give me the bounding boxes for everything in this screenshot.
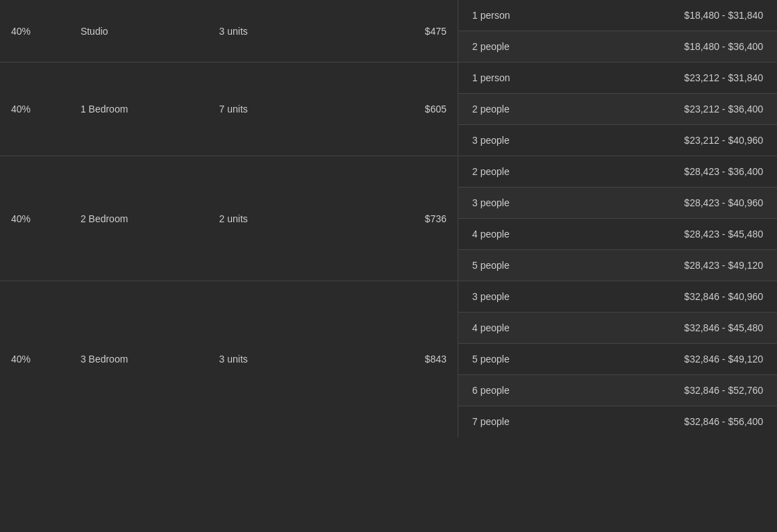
income-section: 3 people$32,846 - $40,9604 people$32,846… bbox=[458, 281, 777, 437]
ami-cell: 40% bbox=[0, 95, 69, 123]
table-row: 40%2 Bedroom2 units$7362 people$28,423 -… bbox=[0, 156, 777, 281]
ami-cell: 40% bbox=[0, 205, 69, 233]
household-size: 4 people bbox=[472, 228, 611, 240]
income-range: $23,212 - $40,960 bbox=[611, 135, 763, 146]
income-range: $28,423 - $36,400 bbox=[611, 166, 763, 177]
ami-cell: 40% bbox=[0, 345, 69, 373]
income-row: 1 person$23,212 - $31,840 bbox=[458, 63, 777, 94]
unit-type-cell: Studio bbox=[69, 17, 208, 45]
household-size: 3 people bbox=[472, 197, 611, 208]
income-range: $32,846 - $49,120 bbox=[611, 354, 763, 365]
left-section: 40%Studio3 units$475 bbox=[0, 0, 458, 62]
unit-type-cell: 3 Bedroom bbox=[69, 345, 208, 373]
rent-cell: $605 bbox=[333, 95, 458, 123]
income-row: 1 person$18,480 - $31,840 bbox=[458, 0, 777, 31]
income-row: 5 people$28,423 - $49,120 bbox=[458, 250, 777, 281]
rent-cell: $736 bbox=[333, 205, 458, 233]
household-size: 4 people bbox=[472, 322, 611, 333]
income-range: $32,846 - $52,760 bbox=[611, 385, 763, 396]
income-range: $18,480 - $31,840 bbox=[611, 10, 763, 21]
household-size: 5 people bbox=[472, 354, 611, 365]
income-row: 6 people$32,846 - $52,760 bbox=[458, 375, 777, 406]
income-section: 2 people$28,423 - $36,4003 people$28,423… bbox=[458, 156, 777, 281]
income-range: $28,423 - $49,120 bbox=[611, 260, 763, 271]
income-range: $18,480 - $36,400 bbox=[611, 41, 763, 52]
units-cell: 3 units bbox=[208, 17, 333, 45]
left-section: 40%3 Bedroom3 units$843 bbox=[0, 281, 458, 437]
income-row: 2 people$23,212 - $36,400 bbox=[458, 94, 777, 125]
income-section: 1 person$23,212 - $31,8402 people$23,212… bbox=[458, 63, 777, 156]
income-row: 3 people$23,212 - $40,960 bbox=[458, 125, 777, 156]
table-row: 40%3 Bedroom3 units$8433 people$32,846 -… bbox=[0, 281, 777, 437]
income-row: 4 people$32,846 - $45,480 bbox=[458, 313, 777, 344]
income-range: $28,423 - $45,480 bbox=[611, 228, 763, 240]
household-size: 6 people bbox=[472, 385, 611, 396]
affordability-table: 40%Studio3 units$4751 person$18,480 - $3… bbox=[0, 0, 777, 532]
income-range: $32,846 - $45,480 bbox=[611, 322, 763, 333]
income-row: 4 people$28,423 - $45,480 bbox=[458, 219, 777, 250]
income-range: $28,423 - $40,960 bbox=[611, 197, 763, 208]
income-range: $23,212 - $36,400 bbox=[611, 103, 763, 115]
table-row: 40%1 Bedroom7 units$6051 person$23,212 -… bbox=[0, 63, 777, 156]
household-size: 3 people bbox=[472, 291, 611, 302]
income-row: 7 people$32,846 - $56,400 bbox=[458, 406, 777, 437]
income-row: 2 people$28,423 - $36,400 bbox=[458, 156, 777, 188]
household-size: 2 people bbox=[472, 103, 611, 115]
unit-type-cell: 1 Bedroom bbox=[69, 95, 208, 123]
ami-cell: 40% bbox=[0, 17, 69, 45]
units-cell: 2 units bbox=[208, 205, 333, 233]
rent-cell: $843 bbox=[333, 345, 458, 373]
income-section: 1 person$18,480 - $31,8402 people$18,480… bbox=[458, 0, 777, 62]
unit-type-cell: 2 Bedroom bbox=[69, 205, 208, 233]
units-cell: 7 units bbox=[208, 95, 333, 123]
rent-cell: $475 bbox=[333, 17, 458, 45]
income-row: 3 people$28,423 - $40,960 bbox=[458, 188, 777, 219]
income-row: 5 people$32,846 - $49,120 bbox=[458, 344, 777, 375]
income-row: 3 people$32,846 - $40,960 bbox=[458, 281, 777, 313]
left-section: 40%1 Bedroom7 units$605 bbox=[0, 63, 458, 156]
income-range: $32,846 - $40,960 bbox=[611, 291, 763, 302]
left-section: 40%2 Bedroom2 units$736 bbox=[0, 156, 458, 281]
income-range: $23,212 - $31,840 bbox=[611, 72, 763, 83]
household-size: 2 people bbox=[472, 41, 611, 52]
household-size: 1 person bbox=[472, 10, 611, 21]
income-row: 2 people$18,480 - $36,400 bbox=[458, 31, 777, 62]
household-size: 1 person bbox=[472, 72, 611, 83]
household-size: 3 people bbox=[472, 135, 611, 146]
household-size: 2 people bbox=[472, 166, 611, 177]
income-range: $32,846 - $56,400 bbox=[611, 416, 763, 427]
household-size: 5 people bbox=[472, 260, 611, 271]
table-row: 40%Studio3 units$4751 person$18,480 - $3… bbox=[0, 0, 777, 63]
household-size: 7 people bbox=[472, 416, 611, 427]
units-cell: 3 units bbox=[208, 345, 333, 373]
